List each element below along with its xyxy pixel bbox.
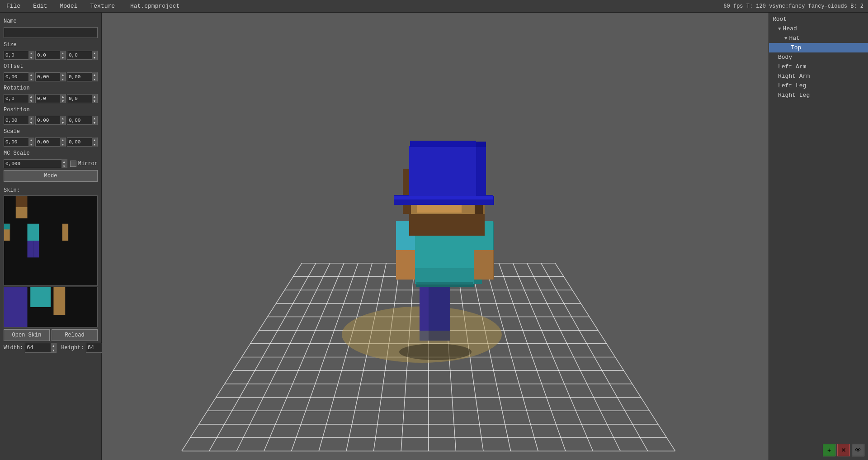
width-down[interactable]: ▼ — [51, 348, 56, 352]
hier-item-right-arm[interactable]: Right Arm — [769, 71, 868, 81]
menu-file[interactable]: File — [0, 1, 27, 11]
offset-x-up[interactable]: ▲ — [28, 72, 34, 77]
offset-x-input[interactable] — [4, 74, 28, 80]
mirror-label[interactable]: Mirror — [70, 161, 98, 167]
menu-model[interactable]: Model — [53, 1, 84, 11]
position-z-down[interactable]: ▼ — [92, 120, 97, 125]
character-container — [102, 13, 769, 460]
scale-z-up[interactable]: ▲ — [92, 138, 97, 142]
hier-item-left-arm[interactable]: Left Arm — [769, 62, 868, 71]
size-y-spin: ▲ ▼ — [60, 51, 66, 60]
position-x-input[interactable] — [4, 118, 28, 123]
hier-item-head-label: Head — [783, 25, 797, 32]
hier-item-hat[interactable]: ▼ Hat — [769, 33, 868, 43]
size-row: 0,0 ▲ ▼ 0,0 ▲ ▼ 0,0 ▲ ▼ — [4, 51, 98, 60]
offset-y-input[interactable] — [36, 74, 60, 80]
offset-y-up[interactable]: ▲ — [60, 72, 66, 77]
scale-z-input[interactable] — [67, 139, 92, 145]
mc-scale-input[interactable] — [4, 161, 61, 166]
offset-row: ▲ ▼ ▲ ▼ ▲ ▼ — [4, 72, 98, 81]
scale-x-down[interactable]: ▼ — [28, 142, 34, 147]
size-y-group: 0,0 ▲ ▼ — [35, 51, 66, 60]
size-y-down[interactable]: ▼ — [60, 55, 66, 60]
position-y-down[interactable]: ▼ — [60, 120, 66, 125]
scale-z-down[interactable]: ▼ — [92, 142, 97, 147]
rotation-x-down[interactable]: ▼ — [28, 99, 34, 103]
offset-z-down[interactable]: ▼ — [92, 77, 97, 81]
offset-x-down[interactable]: ▼ — [28, 77, 34, 81]
visibility-toggle-button[interactable]: 👁 — [852, 444, 864, 456]
scale-y-spin: ▲ ▼ — [60, 138, 66, 147]
scale-y-down[interactable]: ▼ — [60, 142, 66, 147]
size-z-up[interactable]: ▲ — [92, 51, 97, 55]
mc-scale-spin: ▲ ▼ — [61, 159, 67, 168]
position-row: ▲ ▼ ▲ ▼ ▲ ▼ — [4, 116, 98, 125]
offset-x-group: ▲ ▼ — [4, 72, 34, 81]
right-bottom-toolbar: + ✕ 👁 — [823, 444, 864, 456]
rotation-x-input[interactable] — [4, 96, 28, 101]
width-up[interactable]: ▲ — [51, 343, 56, 348]
offset-z-up[interactable]: ▲ — [92, 72, 97, 77]
size-x-input[interactable]: 0,0 — [4, 52, 28, 58]
mc-scale-up[interactable]: ▲ — [61, 159, 67, 164]
offset-z-input[interactable] — [67, 74, 92, 80]
hier-item-right-leg[interactable]: Right Leg — [769, 90, 868, 100]
right-boot — [429, 331, 450, 341]
reload-button[interactable]: Reload — [52, 329, 98, 341]
hier-item-body[interactable]: Body — [769, 52, 868, 62]
right-sleeve-side — [493, 222, 494, 250]
rotation-y-input[interactable] — [36, 96, 60, 101]
hier-item-hat-label: Hat — [789, 35, 800, 42]
size-y-input[interactable]: 0,0 — [36, 52, 60, 58]
rotation-z-up[interactable]: ▲ — [92, 94, 97, 99]
size-z-down[interactable]: ▼ — [92, 55, 97, 60]
hier-item-root[interactable]: Root — [769, 14, 868, 24]
add-item-button[interactable]: + — [823, 444, 835, 456]
scale-y-up[interactable]: ▲ — [60, 138, 66, 142]
position-y-up[interactable]: ▲ — [60, 116, 66, 120]
width-input[interactable] — [25, 345, 51, 351]
position-z-input[interactable] — [67, 118, 92, 123]
scale-x-up[interactable]: ▲ — [28, 138, 34, 142]
size-x-down[interactable]: ▼ — [28, 55, 34, 60]
position-x-up[interactable]: ▲ — [28, 116, 34, 120]
rotation-y-up[interactable]: ▲ — [60, 94, 66, 99]
rotation-z-down[interactable]: ▼ — [92, 99, 97, 103]
position-z-up[interactable]: ▲ — [92, 116, 97, 120]
size-z-input[interactable]: 0,0 — [67, 52, 92, 58]
hier-item-right-leg-label: Right Leg — [778, 92, 810, 99]
rotation-y-down[interactable]: ▼ — [60, 99, 66, 103]
name-input[interactable] — [4, 27, 98, 38]
open-skin-button[interactable]: Open Skin — [4, 329, 50, 341]
size-x-up[interactable]: ▲ — [28, 51, 34, 55]
rotation-label: Rotation — [4, 85, 98, 91]
mc-scale-down[interactable]: ▼ — [61, 164, 67, 168]
remove-item-button[interactable]: ✕ — [837, 444, 850, 456]
rotation-z-input[interactable] — [67, 96, 92, 101]
position-y-input[interactable] — [36, 118, 60, 123]
hat-top-right — [476, 142, 486, 147]
rotation-x-up[interactable]: ▲ — [28, 94, 34, 99]
hier-item-top[interactable]: Top — [769, 43, 868, 52]
right-leg-front — [429, 282, 450, 336]
scale-y-input[interactable] — [36, 139, 60, 145]
mode-button[interactable]: Mode — [4, 170, 98, 182]
hier-item-left-leg-label: Left Leg — [778, 82, 806, 89]
scale-x-input[interactable] — [4, 139, 28, 145]
menu-edit[interactable]: Edit — [27, 1, 53, 11]
offset-y-down[interactable]: ▼ — [60, 77, 66, 81]
position-x-down[interactable]: ▼ — [28, 120, 34, 125]
mirror-checkbox[interactable] — [70, 161, 76, 167]
project-name: Hat.cpmproject — [130, 3, 179, 9]
hier-item-head[interactable]: ▼ Head — [769, 24, 868, 33]
viewport[interactable] — [102, 13, 769, 460]
size-y-up[interactable]: ▲ — [60, 51, 66, 55]
scale-label: Scale — [4, 128, 98, 135]
character-shadow — [399, 344, 472, 360]
size-label: Size — [4, 42, 98, 48]
hier-item-left-leg[interactable]: Left Leg — [769, 81, 868, 90]
skin-preview — [4, 195, 98, 286]
rotation-y-spin: ▲ ▼ — [60, 94, 66, 103]
size-z-group: 0,0 ▲ ▼ — [67, 51, 98, 60]
menu-texture[interactable]: Texture — [84, 1, 121, 11]
